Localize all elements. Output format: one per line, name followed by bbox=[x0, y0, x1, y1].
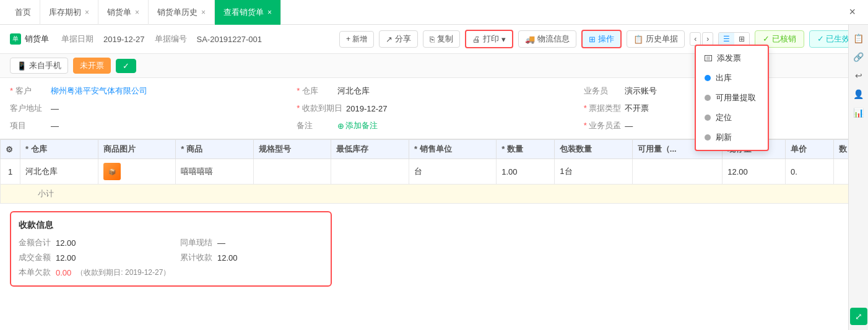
deal-amount-value: 12.00 bbox=[56, 253, 76, 263]
subtotal-row: 小计 bbox=[1, 185, 868, 204]
tab-inventory[interactable]: 库存期初 × bbox=[40, 0, 98, 25]
print-button[interactable]: 🖨 打印 ▾ bbox=[465, 30, 513, 48]
out-stock-item[interactable]: 出库 bbox=[696, 68, 768, 88]
refresh-icon bbox=[705, 134, 711, 141]
from-phone-button[interactable]: 📱 来自手机 bbox=[10, 58, 68, 74]
th-warehouse: * 仓库 bbox=[20, 140, 98, 159]
date-value: 2019-12-27 bbox=[103, 35, 145, 44]
window-close-button[interactable]: × bbox=[843, 6, 862, 19]
doc-meta: 单据日期 2019-12-27 单据编号 SA-20191227-001 bbox=[61, 33, 262, 45]
payment-date-row: 收款到期日 2019-12-27 bbox=[297, 103, 571, 114]
tab-sales-history-close[interactable]: × bbox=[201, 8, 206, 17]
sidebar-chart-button[interactable]: 📊 bbox=[850, 104, 867, 121]
phone-icon: 📱 bbox=[17, 61, 27, 71]
customer-label: 客户 bbox=[10, 85, 47, 97]
confirm-button[interactable]: ✓ bbox=[116, 59, 136, 73]
not-open-ticket-button[interactable]: 未开票 bbox=[73, 58, 111, 74]
sidebar-doc-button[interactable]: 📋 bbox=[850, 30, 867, 47]
doc-icon: 单 bbox=[10, 33, 21, 45]
tab-view-sales[interactable]: 查看销货单 × bbox=[215, 0, 281, 25]
th-img: 商品图片 bbox=[98, 140, 176, 159]
check-icon: ✓ bbox=[763, 34, 770, 43]
project-value: — bbox=[51, 121, 284, 131]
logistics-button[interactable]: 🚚 物流信息 bbox=[518, 30, 576, 48]
share-button[interactable]: ↗ 分享 bbox=[379, 30, 418, 48]
no-label: 单据编号 bbox=[155, 33, 187, 45]
effect-icon: ✓ bbox=[817, 34, 824, 43]
row-unit: 台 bbox=[409, 159, 496, 185]
tab-home[interactable]: 首页 bbox=[6, 0, 40, 25]
address-value: — bbox=[51, 104, 284, 113]
th-qty: * 数量 bbox=[497, 140, 555, 159]
sidebar-back-button[interactable]: ↩ bbox=[850, 67, 867, 84]
payment-date-value: 2019-12-27 bbox=[346, 104, 571, 113]
row-pack-qty: 1台 bbox=[555, 159, 633, 185]
th-product: * 商品 bbox=[176, 140, 254, 159]
tab-sales-history[interactable]: 销货单历史 × bbox=[149, 0, 215, 25]
invoice-icon bbox=[705, 55, 712, 61]
ticket-label: 票据类型 bbox=[584, 103, 622, 114]
address-label: 客户地址 bbox=[10, 103, 47, 114]
tab-inventory-close[interactable]: × bbox=[85, 8, 89, 17]
avail-qty-icon bbox=[705, 95, 711, 101]
available-qty-item[interactable]: 可用量提取 bbox=[696, 88, 768, 108]
project-label: 项目 bbox=[10, 120, 47, 131]
locate-item[interactable]: 定位 bbox=[696, 108, 768, 128]
operation-button[interactable]: ⊞ 操作 bbox=[581, 30, 622, 48]
doc-title-area: 单 销货单 bbox=[10, 33, 49, 45]
payment-date-label: 收款到期日 bbox=[297, 103, 342, 114]
nav-arrows: ‹ › bbox=[690, 32, 713, 46]
warehouse-row: 仓库 河北仓库 bbox=[297, 85, 571, 97]
row-unit-price: 0. bbox=[786, 159, 834, 185]
add-note-button[interactable]: ⊕ 添加备注 bbox=[337, 120, 378, 131]
date-label: 单据日期 bbox=[61, 33, 93, 45]
sidebar-link-button[interactable]: 🔗 bbox=[850, 48, 867, 66]
same-order-label: 同单现结 bbox=[180, 237, 212, 248]
tab-sales-close[interactable]: × bbox=[135, 8, 139, 17]
warehouse-value: 河北仓库 bbox=[337, 85, 571, 97]
th-unit: * 销售单位 bbox=[409, 140, 496, 159]
history-button[interactable]: 📋 历史单据 bbox=[627, 30, 685, 48]
tab-view-sales-close[interactable]: × bbox=[267, 8, 272, 17]
list-view-button[interactable]: ☰ bbox=[719, 33, 734, 45]
tab-sales[interactable]: 销货单 × bbox=[98, 0, 149, 25]
grid-view-button[interactable]: ⊞ bbox=[734, 33, 749, 45]
arrears-row: 本单欠款 0.00 （收款到期日: 2019-12-27） bbox=[19, 267, 323, 278]
deal-amount-label: 成交金额 bbox=[19, 252, 51, 263]
arrears-label: 本单欠款 bbox=[19, 267, 51, 278]
locate-icon bbox=[705, 115, 711, 121]
customer-row: 客户 柳州粤港平安气体有限公司 bbox=[10, 85, 284, 97]
project-row: 项目 — bbox=[10, 120, 284, 131]
prev-button[interactable]: ‹ bbox=[690, 32, 701, 46]
remark-row: 备注 ⊕ 添加备注 bbox=[297, 120, 571, 131]
settings-col-header[interactable]: ⚙ bbox=[1, 140, 20, 159]
product-image: 📦 bbox=[103, 163, 121, 180]
customer-value[interactable]: 柳州粤港平安气体有限公司 bbox=[51, 85, 284, 97]
add-invoice-item[interactable]: 添发票 bbox=[696, 48, 768, 68]
outstock-icon bbox=[705, 75, 711, 81]
row-img: 📦 bbox=[98, 159, 176, 185]
payment-title: 收款信息 bbox=[19, 220, 323, 231]
cumulative-label: 累计收款 bbox=[180, 252, 212, 263]
same-order-value: — bbox=[217, 238, 225, 248]
print-dropdown-arrow: ▾ bbox=[501, 35, 506, 44]
grid-icon: ⊞ bbox=[589, 35, 596, 44]
doc-actions: + 新增 ↗ 分享 ⎘ 复制 🖨 打印 ▾ 🚚 物流信息 ⊞ 操作 bbox=[339, 30, 858, 48]
sidebar-expand-button[interactable]: ⤢ bbox=[850, 308, 867, 325]
arrears-value: 0.00 bbox=[56, 268, 71, 277]
copy-icon: ⎘ bbox=[430, 35, 435, 44]
next-button[interactable]: › bbox=[702, 32, 713, 46]
subtotal-label: 小计 bbox=[1, 185, 868, 204]
truck-icon: 🚚 bbox=[525, 35, 535, 44]
history-icon: 📋 bbox=[633, 35, 643, 44]
view-toggle: ☰ ⊞ bbox=[718, 32, 750, 46]
staff2-label: 业务员孟 bbox=[584, 120, 622, 131]
deal-amount-row: 成交金额 12.00 bbox=[19, 252, 162, 263]
total-amount-row: 金额合计 12.00 bbox=[19, 237, 162, 248]
sidebar-user-button[interactable]: 👤 bbox=[850, 85, 867, 103]
print-icon: 🖨 bbox=[472, 35, 480, 44]
refresh-item[interactable]: 刷新 bbox=[696, 128, 768, 147]
new-button[interactable]: + 新增 bbox=[339, 31, 374, 48]
copy-button[interactable]: ⎘ 复制 bbox=[423, 30, 460, 48]
remark-label: 备注 bbox=[297, 120, 334, 131]
